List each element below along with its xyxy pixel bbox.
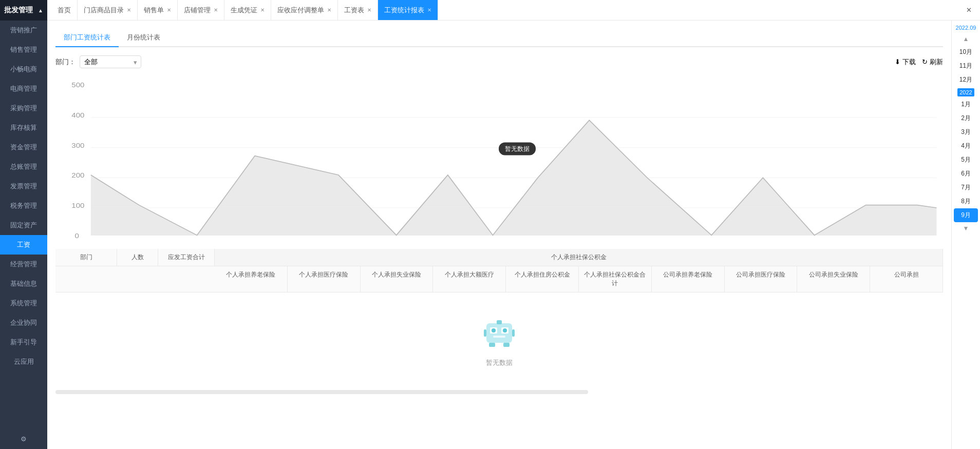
dept-label: 部门：: [55, 57, 76, 67]
tab-bar: 首页门店商品目录✕销售单✕店铺管理✕生成凭证✕应收应付调整单✕工资表✕工资统计报…: [47, 0, 980, 21]
dept-select[interactable]: 全部: [80, 55, 141, 68]
sub-col-2: 个人承担失业保险: [361, 266, 434, 292]
tab-店铺管理[interactable]: 店铺管理✕: [178, 0, 224, 21]
svg-rect-21: [489, 343, 495, 347]
tab-monthly-stats[interactable]: 月份统计表: [119, 29, 168, 47]
sidebar-item-工资[interactable]: 工资: [0, 235, 47, 255]
sidebar-item-小畅电商[interactable]: 小畅电商: [0, 60, 47, 79]
month-7[interactable]: 7月: [952, 181, 980, 194]
sidebar-item-采购管理[interactable]: 采购管理: [0, 99, 47, 118]
refresh-label: 刷新: [930, 57, 943, 67]
refresh-icon: ↻: [922, 58, 928, 66]
table-header-row1: 部门 人数 应发工资合计 个人承担社保公积金: [55, 249, 943, 266]
tab-门店商品目录[interactable]: 门店商品目录✕: [78, 0, 138, 21]
sidebar-item-云应用[interactable]: 云应用: [0, 352, 47, 372]
tab-close-销售单[interactable]: ✕: [167, 7, 171, 13]
col-total-wage: 应发工资合计: [158, 249, 215, 266]
sidebar-item-库存核算[interactable]: 库存核算: [0, 118, 47, 138]
year-badge[interactable]: 2022: [957, 88, 974, 96]
tab-close-店铺管理[interactable]: ✕: [214, 7, 218, 13]
tab-close-门店商品目录[interactable]: ✕: [127, 7, 131, 13]
tab-actions: ✕: [962, 4, 976, 16]
col-count: 人数: [117, 249, 158, 266]
sidebar-item-经营管理[interactable]: 经营管理: [0, 255, 47, 274]
date-picker-panel: 2022.09 ▲ 10月 11月 12月 2022 1月 2月 3月 4月 5…: [951, 21, 980, 449]
sub-col-6: 公司承担养老保险: [652, 266, 725, 292]
tab-dept-stats[interactable]: 部门工资统计表: [55, 29, 119, 47]
month-12[interactable]: 12月: [952, 73, 980, 87]
dept-select-wrapper: 全部: [80, 55, 141, 68]
month-4[interactable]: 4月: [952, 139, 980, 153]
svg-text:200: 200: [71, 171, 84, 179]
svg-rect-19: [484, 329, 486, 337]
no-data-icon: [479, 313, 520, 354]
sidebar-item-发票管理[interactable]: 发票管理: [0, 177, 47, 196]
refresh-button[interactable]: ↻ 刷新: [922, 57, 943, 67]
svg-point-16: [503, 328, 507, 333]
no-data-area: 暂无数据: [55, 292, 943, 388]
prev-year-arrow[interactable]: ▲: [960, 33, 972, 45]
month-2[interactable]: 2月: [952, 111, 980, 125]
sidebar-item-税务管理[interactable]: 税务管理: [0, 196, 47, 216]
svg-text:400: 400: [71, 111, 84, 119]
sidebar-item-资金管理[interactable]: 资金管理: [0, 138, 47, 157]
download-button[interactable]: ⬇ 下载: [895, 57, 916, 67]
tab-应收应付调整单[interactable]: 应收应付调整单✕: [271, 0, 338, 21]
horizontal-scrollbar[interactable]: [55, 390, 588, 394]
sidebar-item-新手引导[interactable]: 新手引导: [0, 333, 47, 352]
tab-close-生成凭证[interactable]: ✕: [260, 7, 265, 13]
tab-工资表[interactable]: 工资表✕: [338, 0, 378, 21]
month-11[interactable]: 11月: [952, 59, 980, 73]
svg-text:0: 0: [75, 232, 80, 240]
sidebar-item-基础信息[interactable]: 基础信息: [0, 274, 47, 294]
tab-首页[interactable]: 首页: [51, 0, 78, 21]
sidebar-header[interactable]: 批发管理 ▲: [0, 0, 47, 21]
chart-svg: 0 100 200 300 400 500: [55, 76, 943, 241]
sidebar-item-营销推广[interactable]: 营销推广: [0, 21, 47, 40]
close-all-icon[interactable]: ✕: [962, 4, 976, 16]
sidebar-title: 批发管理: [4, 6, 33, 15]
download-icon: ⬇: [895, 58, 900, 66]
tab-销售单[interactable]: 销售单✕: [138, 0, 178, 21]
chart-area: 0 100 200 300 400 500 暂无数据: [55, 76, 943, 241]
sidebar-item-企业协同[interactable]: 企业协同: [0, 313, 47, 333]
month-10[interactable]: 10月: [952, 45, 980, 59]
sub-col-0: 个人承担养老保险: [215, 266, 288, 292]
col-dept: 部门: [55, 249, 117, 266]
tab-生成凭证[interactable]: 生成凭证✕: [224, 0, 271, 21]
settings-button[interactable]: ⚙: [0, 429, 47, 449]
sub-tabs: 部门工资统计表 月份统计表: [55, 29, 943, 47]
month-8[interactable]: 8月: [952, 194, 980, 208]
svg-text:100: 100: [71, 202, 84, 209]
toolbar: 部门： 全部: [55, 55, 141, 68]
svg-rect-22: [503, 343, 510, 347]
month-1[interactable]: 1月: [952, 97, 980, 111]
sidebar: 批发管理 ▲ 营销推广销售管理小畅电商电商管理采购管理库存核算资金管理总账管理发…: [0, 0, 47, 449]
chart-tooltip: 暂无数据: [499, 142, 536, 155]
month-9[interactable]: 9月: [954, 208, 978, 222]
sidebar-toggle-icon[interactable]: ▲: [38, 8, 43, 13]
tab-close-应收应付调整单[interactable]: ✕: [327, 7, 331, 13]
month-5[interactable]: 5月: [952, 153, 980, 167]
next-year-arrow[interactable]: ▼: [960, 222, 972, 235]
sub-col-8: 公司承担失业保险: [797, 266, 870, 292]
sub-col-7: 公司承担医疗保险: [725, 266, 798, 292]
sidebar-item-固定资产[interactable]: 固定资产: [0, 216, 47, 235]
year-display[interactable]: 2022.09: [956, 23, 976, 33]
tab-工资统计报表[interactable]: 工资统计报表✕: [378, 0, 438, 21]
tab-close-工资表[interactable]: ✕: [367, 7, 371, 13]
sidebar-item-销售管理[interactable]: 销售管理: [0, 40, 47, 60]
sidebar-item-总账管理[interactable]: 总账管理: [0, 157, 47, 177]
download-label: 下载: [902, 57, 916, 67]
sub-col-4: 个人承担住房公积金: [506, 266, 579, 292]
tab-close-工资统计报表[interactable]: ✕: [427, 7, 431, 13]
main-content: 部门工资统计表 月份统计表 部门： 全部 ⬇ 下载: [47, 21, 951, 449]
month-3[interactable]: 3月: [952, 125, 980, 139]
sidebar-item-系统管理[interactable]: 系统管理: [0, 294, 47, 313]
svg-rect-18: [497, 320, 502, 324]
content-area: 部门工资统计表 月份统计表 部门： 全部 ⬇ 下载: [47, 21, 980, 449]
sidebar-item-电商管理[interactable]: 电商管理: [0, 79, 47, 99]
month-6[interactable]: 6月: [952, 167, 980, 181]
col-group-personal: 个人承担社保公积金: [215, 249, 943, 266]
sub-col-9: 公司承担: [870, 266, 943, 292]
